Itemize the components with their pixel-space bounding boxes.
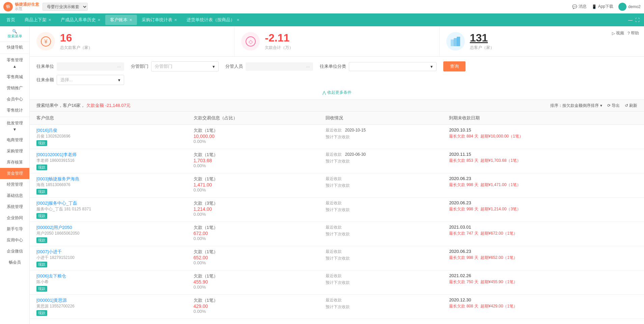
tab-inventory-stats[interactable]: 进货单统计表（按商品） ✕ <box>182 15 244 25</box>
sidebar-divider-2 <box>0 117 29 117</box>
tab-home[interactable]: 首页 <box>2 15 20 25</box>
sidebar-search[interactable]: 🔍 搜索菜单 <box>0 26 29 42</box>
sidebar-item-inventory[interactable]: 库存核算 <box>0 157 29 168</box>
sidebar-item-wechat[interactable]: 企业微信 <box>0 246 29 257</box>
data-table: 客户信息 欠款交易信息（占比） 回收情况 到期未收款日期 [0016]吕俊 吕俊… <box>30 112 644 319</box>
sidebar-item-basic-info[interactable]: 基础信息 <box>0 190 29 201</box>
filter-area: 往来单位 ··· 分管部门 分管部门 ▾ 分管人员 <box>30 57 644 100</box>
due-date-cell: 2020.06.23 最长欠款 998 天 超期¥1,471.00（1笔） <box>442 173 644 198</box>
filter-row-2: 往来余额 选择... ▾ <box>36 75 637 85</box>
sidebar-item-retail-mgmt[interactable]: 零售管理 ▲ <box>0 55 29 71</box>
help-icon: ? <box>627 31 630 36</box>
nav-tabs: 首页 商品上下架 ✕ 产成品入库单历史 ✕ 客户账本 ✕ 采购订单统计表 ✕ 进… <box>0 13 644 26</box>
overdue-amount[interactable]: 超期¥1,703.68（1笔） <box>480 158 521 164</box>
export-btn[interactable]: ⟳ 导出 <box>607 103 620 109</box>
overdue-amount[interactable]: 超期¥1,214.00（3笔） <box>480 206 521 212</box>
customer-phone: 李老师 18600391516 <box>36 158 180 164</box>
customer-name[interactable]: [0001020001]李老师 <box>36 152 180 158</box>
sidebar-item-system[interactable]: 系统管理 <box>0 201 29 212</box>
sidebar-item-ecommerce[interactable]: 电商管理 <box>0 135 29 146</box>
help-btn[interactable]: ? 帮助 <box>627 30 639 36</box>
stat-number-2: -2.11 <box>265 32 293 43</box>
overdue-amount[interactable]: 超期¥652.00（1笔） <box>480 255 517 261</box>
source-unit-input[interactable]: ··· <box>57 62 124 71</box>
tab-products[interactable]: 商品上下架 ✕ <box>20 15 56 25</box>
refresh-icon: ↺ <box>625 103 628 108</box>
sidebar-item-newbie[interactable]: 新手引导 <box>0 224 29 235</box>
manager-input[interactable]: ··· <box>246 62 313 71</box>
overdue-amount[interactable]: 超期¥429.00（1笔） <box>480 303 517 309</box>
sidebar-item-quick-nav[interactable]: 快捷导航 <box>0 42 29 53</box>
app-download-btn[interactable]: 📱 App下载 <box>592 4 613 9</box>
customer-name[interactable]: [000002]用户2050 <box>36 225 180 231</box>
sidebar-item-operations[interactable]: 经营管理 <box>0 179 29 190</box>
overdue-amount[interactable]: 超期¥672.00（1笔） <box>480 231 517 236</box>
table-row: [000001]黄思源 黄思源 13552700226 现款 欠款（1笔） 42… <box>30 295 644 319</box>
sidebar-item-marketing[interactable]: 营销推广 <box>0 83 29 94</box>
stat-card-3: 131 总客户（家） ▷ 视频 ? 帮助 <box>440 26 644 56</box>
logo-icon: 畅 <box>3 2 13 11</box>
balance-label: 往来余额 <box>36 77 54 83</box>
close-tab-products[interactable]: ✕ <box>48 18 51 22</box>
main-layout: 🔍 搜索菜单 快捷导航 零售管理 ▲ 零售商城 营销推广 会员中心 零售统计 <box>0 26 644 324</box>
tab-production[interactable]: 产成品入库单历史 ✕ <box>56 15 105 25</box>
customer-name[interactable]: [0007]小进千 <box>36 249 180 255</box>
sidebar-item-retail-stats[interactable]: 零售统计 <box>0 105 29 116</box>
last-payment-label: 最近收款 <box>326 298 342 302</box>
overdue-days: 最长欠款 884 天 <box>449 134 478 139</box>
stats-bar: ¥ 16 总欠款客户（家） ◇ <box>30 26 644 57</box>
customer-tag: 现款 <box>36 310 47 316</box>
overdue-amount[interactable]: 超期¥10,000.00（1笔） <box>480 134 523 139</box>
due-date-cell: 2020.06.23 最长欠款 998 天 超期¥652.00（1笔） <box>442 246 644 270</box>
refresh-btn[interactable]: ↺ 刷新 <box>625 103 637 109</box>
tab-customer-account[interactable]: 客户账本 ✕ <box>105 15 137 25</box>
customer-name[interactable]: [0002]服务中心_丁磊 <box>36 200 180 206</box>
sidebar-item-enterprise[interactable]: 企业协同 <box>0 212 29 224</box>
search-button[interactable]: 查询 <box>443 61 466 71</box>
customer-name[interactable]: [0003]畅捷服务尹海燕 <box>36 176 180 182</box>
dept-select[interactable]: 分管部门 ▾ <box>151 61 219 71</box>
tab-purchase-order[interactable]: 采购订单统计表 ✕ <box>137 15 182 25</box>
overdue-amount[interactable]: 超期¥1,471.00（1笔） <box>480 182 521 188</box>
debt-percent: 0.00% <box>194 309 312 314</box>
customer-name[interactable]: [0016]吕俊 <box>36 127 180 134</box>
collapse-btn[interactable]: ⋀ 收起更多条件 <box>323 90 352 95</box>
close-tab-customer-account[interactable]: ✕ <box>129 18 132 22</box>
category-select[interactable]: ▾ <box>349 62 437 71</box>
sidebar-item-retail-mall[interactable]: 零售商城 <box>0 71 29 83</box>
close-tab-production[interactable]: ✕ <box>97 18 101 22</box>
customer-phone: 海燕 18513066976 <box>36 182 180 188</box>
sidebar-item-app-center[interactable]: 应用中心 <box>0 235 29 246</box>
maximize-btn[interactable]: ⛶ <box>635 18 640 23</box>
customer-info-cell: [0007]小进千 小进千 18279152100 现款 <box>30 246 187 270</box>
customer-name[interactable]: [0006]去下粮仓 <box>36 273 180 279</box>
sidebar-item-purchase[interactable]: 采购管理 <box>0 146 29 157</box>
sidebar-item-vip[interactable]: 畅会员 <box>0 257 29 268</box>
minimize-btn[interactable]: — <box>628 18 633 23</box>
due-date-cell: 2020.12.30 最长欠款 808 天 超期¥429.00（1笔） <box>442 295 644 319</box>
due-date: 2021.02.26 <box>449 273 637 278</box>
company-select[interactable]: 母婴行业演示账套 <box>43 3 88 11</box>
customer-info-cell: [0006]去下粮仓 陈小希 现款 <box>30 270 187 295</box>
sidebar-item-batch-mgmt[interactable]: 批发管理 ▼ <box>0 118 29 135</box>
customer-name[interactable]: [000001]黄思源 <box>36 297 180 303</box>
overdue-days: 最长欠款 998 天 <box>449 206 478 212</box>
overdue-days: 最长欠款 808 天 <box>449 303 478 309</box>
message-btn[interactable]: 💬 消息 <box>572 4 587 9</box>
balance-select[interactable]: 选择... ▾ <box>57 75 124 85</box>
close-tab-purchase-order[interactable]: ✕ <box>174 18 177 22</box>
repayment-cell: 最近收款 预计下次收款 <box>319 295 442 319</box>
table-body: [0016]吕俊 吕俊 13026203696 现款 欠款（1笔） 10,000… <box>30 125 644 319</box>
sort-select[interactable]: 排序：按欠款金额倒序排序 ▾ <box>550 103 602 109</box>
debt-percent: 0.00% <box>194 163 312 168</box>
filter-item-balance: 往来余额 选择... ▾ <box>36 75 124 85</box>
overdue-days: 最长欠款 747 天 <box>449 231 478 236</box>
sidebar-item-finance[interactable]: 资金管理 <box>0 168 29 179</box>
user-avatar[interactable]: demo2 <box>618 3 641 11</box>
collapse-arrow-icon: ⋀ <box>323 90 326 95</box>
video-btn[interactable]: ▷ 视频 <box>612 30 624 36</box>
sidebar-item-member[interactable]: 会员中心 <box>0 94 29 105</box>
overdue-amount[interactable]: 超期¥455.90（1笔） <box>480 279 517 285</box>
debt-label: 欠款（1笔） <box>194 297 312 303</box>
close-tab-inventory-stats[interactable]: ✕ <box>236 18 240 22</box>
